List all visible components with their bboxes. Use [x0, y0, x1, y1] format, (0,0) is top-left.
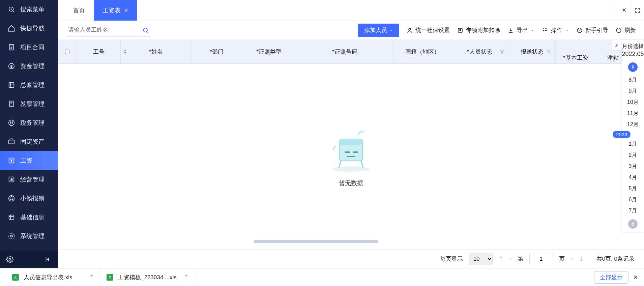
sidebar-item-label: 总账管理 [20, 81, 45, 89]
download-item-1[interactable]: X 人员信息导出表.xls ⌃ [6, 268, 100, 286]
month-option[interactable]: 9月 [622, 86, 644, 97]
asset-icon [7, 138, 16, 146]
month-option[interactable]: 1月 [622, 139, 644, 150]
sidebar-item-asset[interactable]: 固定资产 [0, 132, 58, 151]
month-option[interactable]: 7月 [622, 205, 644, 217]
month-option[interactable]: 4月 [622, 172, 644, 183]
add-person-button[interactable]: 添加人员 [358, 24, 399, 37]
svg-rect-26 [339, 139, 363, 145]
th-id[interactable]: 工号 [77, 40, 121, 63]
total-label: 共0页, 0条记录 [596, 255, 635, 263]
link-label: 统一社保设置 [415, 26, 450, 34]
sidebar-item-search[interactable]: 搜索菜单 [0, 0, 58, 19]
sidebar-item-salary[interactable]: 工资 [0, 151, 58, 170]
guide-link[interactable]: 新手引导 [577, 26, 608, 34]
page-input[interactable] [529, 253, 553, 265]
tab-salary[interactable]: 工资表 ✕ [94, 0, 137, 21]
th-dept[interactable]: *部门 [192, 40, 242, 63]
select-all-checkbox[interactable] [65, 50, 69, 54]
user-icon [407, 27, 413, 33]
export-icon [508, 27, 514, 33]
scroll-up-button[interactable] [628, 62, 638, 72]
empty-text: 暂无数据 [339, 179, 363, 187]
xls-icon: X [107, 274, 113, 281]
svg-point-22 [546, 30, 547, 31]
show-all-downloads-button[interactable]: 全部显示 [594, 271, 628, 284]
special-deduct-link[interactable]: 专项附加扣除 [457, 26, 500, 34]
sidebar-item-base[interactable]: 基础信息 [0, 208, 58, 227]
download-item-2[interactable]: X 工资模板_223034....xls ⌃ [100, 268, 195, 286]
fullscreen-button[interactable] [631, 0, 644, 21]
download-bar: X 人员信息导出表.xls ⌃ X 工资模板_223034....xls ⌃ 全… [0, 268, 644, 286]
sidebar-item-ledger[interactable]: 总账管理 [0, 76, 58, 94]
close-icon[interactable]: ✕ [124, 8, 128, 13]
chevron-up-icon[interactable]: ⌃ [89, 274, 94, 281]
svg-rect-13 [46, 257, 47, 262]
month-option[interactable]: 6月 [622, 194, 644, 205]
search-input[interactable] [66, 24, 150, 37]
settings-icon[interactable] [6, 256, 13, 263]
month-option[interactable]: 5月 [622, 183, 644, 194]
last-page-button[interactable]: ⤓ [579, 255, 584, 262]
svg-point-17 [543, 28, 544, 29]
operate-link[interactable]: 操作 [542, 26, 569, 34]
month-option[interactable]: 2月 [622, 150, 644, 161]
export-link[interactable]: 导出 [508, 26, 535, 34]
th-idno[interactable]: *证照号码 [296, 40, 394, 63]
svg-rect-5 [9, 140, 14, 144]
th-base-salary[interactable]: *基本工资 [556, 52, 596, 63]
svg-point-10 [10, 235, 12, 237]
month-option[interactable]: 3月 [622, 161, 644, 172]
sidebar-item-doc[interactable]: 项目合同 [0, 38, 58, 57]
link-label: 专项附加扣除 [466, 26, 500, 34]
xls-icon: X [12, 274, 19, 281]
chevron-up-icon[interactable]: ⌃ [184, 274, 188, 281]
social-settings-link[interactable]: 统一社保设置 [407, 26, 450, 34]
th-name[interactable]: *姓名 [121, 40, 192, 63]
scroll-down-button[interactable] [628, 219, 638, 229]
collapse-sidebar-icon[interactable] [45, 256, 52, 263]
horizontal-scrollbar[interactable] [254, 240, 378, 243]
prev-page-button[interactable]: ‹ [509, 256, 511, 262]
svg-point-21 [545, 30, 546, 31]
main: 首页 工资表 ✕ ✕ 添加人员 [58, 0, 644, 268]
sidebar-item-tax[interactable]: 税务管理 [0, 113, 58, 132]
month-panel-toggle[interactable] [612, 40, 622, 51]
search-box [66, 24, 150, 37]
svg-point-20 [543, 30, 544, 31]
th-nation[interactable]: 国籍（地区） [394, 40, 451, 63]
sidebar-item-system[interactable]: 系统管理 [0, 227, 58, 246]
sidebar-item-reimburse[interactable]: 小畅报销 [0, 189, 58, 208]
sidebar-item-manage[interactable]: 经营管理 [0, 170, 58, 189]
tab-label: 首页 [73, 6, 85, 15]
month-option[interactable]: 8月 [622, 75, 644, 86]
invoice-icon [7, 100, 16, 108]
window-close-button[interactable]: ✕ [617, 0, 631, 21]
sidebar-item-home[interactable]: 快捷导航 [0, 19, 58, 38]
month-option[interactable]: 11月 [622, 108, 644, 119]
month-selector-panel: 月份选择 2022.05 8月9月10月11月12月 2023 1月2月3月4月… [622, 40, 644, 232]
th-idtype[interactable]: *证照类型 [242, 40, 296, 63]
close-download-bar-button[interactable]: ✕ [633, 274, 638, 281]
page-size-select[interactable]: 10 [469, 253, 493, 265]
year-badge[interactable]: 2023 [613, 131, 631, 138]
refresh-link[interactable]: 刷新 [616, 26, 636, 34]
search-icon [7, 5, 16, 13]
filter-icon[interactable] [547, 49, 552, 54]
sidebar-item-money[interactable]: 资金管理 [0, 57, 58, 76]
download-filename: 工资模板_223034....xls [118, 274, 177, 281]
search-icon[interactable] [142, 27, 149, 34]
first-page-button[interactable]: ⤒ [499, 255, 503, 262]
sidebar-item-label: 资金管理 [20, 62, 45, 70]
tab-home[interactable]: 首页 [64, 0, 94, 21]
next-page-button[interactable]: › [571, 256, 573, 262]
th-status[interactable]: *人员状态 [451, 40, 508, 63]
th-report[interactable]: 报送状态 [508, 40, 556, 63]
month-option[interactable]: 12月 [622, 119, 644, 130]
month-option[interactable]: 10月 [622, 97, 644, 108]
deduct-icon [457, 27, 463, 33]
sidebar-item-invoice[interactable]: 发票管理 [0, 94, 58, 113]
filter-icon[interactable] [499, 49, 505, 54]
table-area: 工号 *姓名 *部门 *证照类型 *证照号码 国籍（地区） *人员状态 报送状态 [58, 40, 644, 249]
sort-icon[interactable] [123, 49, 127, 54]
